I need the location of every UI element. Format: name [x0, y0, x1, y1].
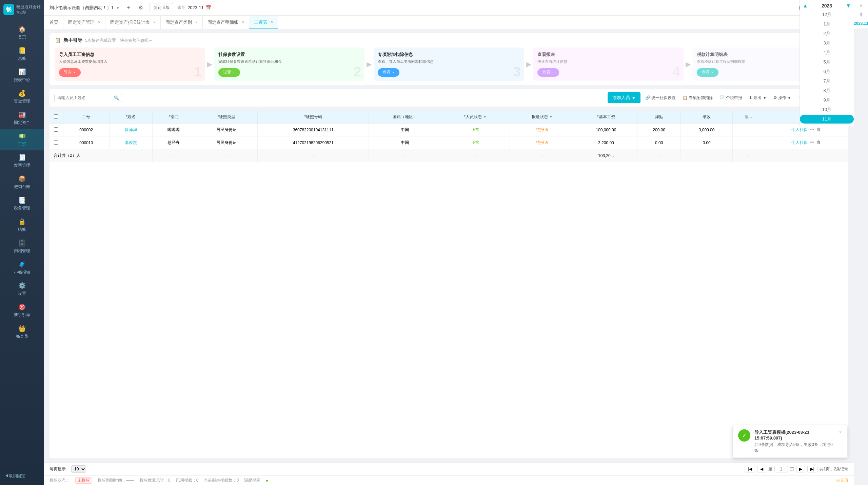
toast-close-icon[interactable]: × — [839, 429, 842, 435]
wizard-step-2-desc: 完成社保参数设置自动计算社保公积金 — [218, 59, 360, 64]
last-page-button[interactable]: ▶| — [807, 466, 817, 472]
row1-op-social-link[interactable]: 个人社保 — [791, 127, 808, 132]
personal-tax-button[interactable]: 📄 个税申报 — [718, 94, 744, 102]
report-status-filter-icon[interactable]: ▼ — [549, 114, 553, 119]
sidebar-item-invoice[interactable]: 🧾 发票管理 — [0, 150, 44, 172]
next-page-button[interactable]: ▶ — [796, 466, 805, 472]
status-bar: 授权状态： 未授权 授权到期时间：—— 授权数量总计：0 已用授权：0 当前剩余… — [44, 475, 854, 485]
page-size-select[interactable]: 10 20 50 — [71, 465, 86, 473]
special-deduction-button[interactable]: 📋 专项附加扣除 — [680, 94, 715, 102]
sidebar-item-capital[interactable]: 💰 资金管理 — [0, 86, 44, 108]
wizard-step-3-btn[interactable]: 查看＞ — [378, 68, 399, 77]
special-deduction-label: 专项附加扣除 — [689, 95, 713, 101]
cal-month-2[interactable]: 2月 — [800, 29, 854, 38]
tab-asset-detail-close[interactable]: × — [242, 20, 244, 25]
tab-payroll-close[interactable]: × — [271, 20, 273, 24]
sidebar-item-closing[interactable]: 🔒 结账 — [0, 214, 44, 236]
used-label: 已用授权：0 — [176, 478, 199, 483]
cal-month-1[interactable]: 1月 — [800, 20, 854, 29]
sidebar-item-archive[interactable]: 🗄️ 归档管理 — [0, 236, 44, 257]
cal-month-12[interactable]: 12月 — [800, 10, 854, 19]
export-button[interactable]: ⬇ 导出 ▼ — [747, 94, 769, 102]
sidebar-item-home[interactable]: 🏠 首页 — [0, 22, 44, 43]
cal-month-10[interactable]: 10月 — [800, 105, 854, 114]
sidebar-nav: 🏠 首页 📒 总账 📊 报表中心 💰 资金管理 🏭 固定资产 💵 工资 🧾 发票… — [0, 19, 44, 467]
row2-op-social-link[interactable]: 个人社保 — [791, 140, 808, 145]
calendar-next-button[interactable]: ▼ — [846, 3, 851, 9]
account-selector[interactable]: 刘小艳演示账套（勿删勿动！）1 ▼ — [50, 5, 120, 11]
cal-month-6[interactable]: 6月 — [800, 67, 854, 76]
settings-icon: ⚙️ — [18, 282, 26, 290]
row2-status: 正常 — [441, 136, 510, 149]
calendar-prev-button[interactable]: ▲ — [803, 3, 808, 9]
inventory-icon: 📦 — [18, 175, 26, 183]
sidebar-item-expense[interactable]: 🧳 小畅报销 — [0, 257, 44, 279]
sidebar-item-member[interactable]: 👑 畅会员 — [0, 321, 44, 343]
row1-name[interactable]: 徐泽华 — [109, 124, 152, 136]
add-person-label: 添加人员 — [612, 95, 630, 101]
select-all-checkbox[interactable] — [54, 114, 58, 119]
topbar-actions: ＋ ⚙ — [124, 3, 145, 13]
cal-month-11[interactable]: 11月 — [800, 115, 854, 124]
tab-fixed-assets[interactable]: 固定资产管理 × — [63, 16, 105, 29]
row2-op-delete-icon[interactable]: 🗑 — [816, 140, 821, 145]
wizard-step-1-desc: 人员信息及工资数据新增导入 — [59, 59, 201, 64]
page-input[interactable] — [774, 466, 788, 472]
tab-asset-category-close[interactable]: × — [195, 20, 198, 25]
row2-name[interactable]: 李俊杰 — [109, 136, 152, 149]
row1-check[interactable] — [54, 127, 58, 132]
cal-month-7[interactable]: 7月 — [800, 77, 854, 86]
row2-nationality: 中国 — [369, 136, 441, 149]
tab-payroll-table[interactable]: 工资表 × — [249, 16, 278, 29]
operations-button[interactable]: ⚙ 操作 ▼ — [771, 94, 793, 102]
tab-depreciation-close[interactable]: × — [153, 20, 156, 25]
sidebar-label-archive: 归档管理 — [14, 248, 30, 254]
tabbar: 首页 固定资产管理 × 固定资产折旧统计表 × 固定资产类别 × 固定资产明细账… — [44, 16, 854, 29]
settings-button[interactable]: ⚙ — [136, 3, 145, 13]
add-account-button[interactable]: ＋ — [124, 3, 133, 13]
search-input[interactable] — [57, 95, 112, 100]
switch-version-button[interactable]: 切到旧版 — [150, 3, 173, 12]
sidebar-item-guide[interactable]: 🎯 新手引导 — [0, 300, 44, 321]
wizard-step-2-btn[interactable]: 设置＞ — [218, 68, 240, 77]
row1-dept: 嗯嗯嗯 — [152, 124, 195, 136]
status-filter-icon[interactable]: ▼ — [483, 114, 487, 119]
sidebar-item-tax[interactable]: 📑 税务管理 — [0, 193, 44, 214]
toast-notification: ✓ 导入工资表模板(2023-03-23 15:07:59.897) 共9条数据… — [732, 425, 848, 458]
go-charge-button[interactable]: 去充值 — [836, 478, 848, 483]
wizard-step-1: 导入员工工资信息 人员信息及工资数据新增导入 导入＞ 1 — [55, 48, 205, 81]
right-panel-expand-icon[interactable]: ⟪ — [860, 12, 863, 17]
tab-fixed-assets-close[interactable]: × — [98, 20, 100, 25]
sidebar-item-settings[interactable]: ⚙️ 设置 — [0, 279, 44, 300]
sidebar-item-payroll[interactable]: 💵 工资 — [0, 129, 44, 150]
prev-page-button[interactable]: ◀ — [757, 466, 766, 472]
wizard-step-4-btn[interactable]: 查看＞ — [537, 68, 559, 77]
row1-op-delete-icon[interactable]: 🗑 — [816, 127, 821, 132]
tab-asset-detail[interactable]: 固定资产明细账 × — [203, 16, 249, 29]
cancel-fixed-button[interactable]: ◀取消固定 — [3, 470, 41, 482]
tab-asset-category[interactable]: 固定资产类别 × — [161, 16, 203, 29]
cal-month-8[interactable]: 8月 — [800, 86, 854, 95]
first-page-button[interactable]: |◀ — [745, 466, 755, 472]
wizard-step-1-btn[interactable]: 导入＞ — [59, 68, 81, 77]
sidebar-item-reports[interactable]: 📊 报表中心 — [0, 65, 44, 86]
cal-month-5[interactable]: 5月 — [800, 58, 854, 67]
cal-month-9[interactable]: 9月 — [800, 96, 854, 105]
row2-check[interactable] — [54, 140, 58, 145]
add-person-button[interactable]: 添加人员 ▼ — [608, 92, 640, 103]
cal-month-4[interactable]: 4月 — [800, 48, 854, 57]
row1-op-edit-icon[interactable]: ✏ — [810, 127, 814, 132]
tab-home[interactable]: 首页 — [50, 16, 63, 29]
wizard-step-5-btn[interactable]: 查看＞ — [697, 68, 718, 77]
tab-depreciation[interactable]: 固定资产折旧统计表 × — [105, 16, 161, 29]
cal-month-3[interactable]: 3月 — [800, 39, 854, 48]
row2-op-edit-icon[interactable]: ✏ — [810, 140, 814, 145]
sidebar-item-assets[interactable]: 🏭 固定资产 — [0, 108, 44, 129]
social-insurance-button[interactable]: 🔗 统一社保设置 — [643, 94, 678, 102]
sidebar-item-ledger[interactable]: 📒 总账 — [0, 43, 44, 65]
operations-arrow-icon: ▼ — [787, 95, 791, 100]
page-suffix: 页 — [790, 466, 794, 472]
home-icon: 🏠 — [18, 25, 26, 33]
sidebar-item-inventory[interactable]: 📦 进销台账 — [0, 172, 44, 193]
right-panel-close-icon[interactable]: × — [860, 3, 863, 9]
